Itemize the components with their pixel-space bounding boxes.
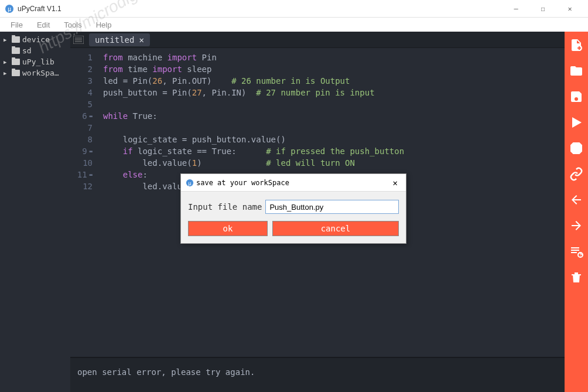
dialog-title: save at your workSpace	[196, 179, 389, 187]
maximize-button[interactable]: ☐	[529, 0, 556, 18]
tab-label: untitled	[95, 35, 134, 45]
menu-edit[interactable]: Edit	[31, 19, 56, 30]
svg-text:STOP: STOP	[572, 146, 581, 150]
fold-icon[interactable]: ▬	[90, 169, 93, 180]
new-file-icon[interactable]	[569, 38, 584, 53]
svg-text:µ: µ	[8, 6, 11, 12]
folder-icon	[12, 70, 20, 76]
sidebar-item-upylib[interactable]: ▶ uPy_lib	[0, 56, 70, 67]
dialog-app-icon: µ	[186, 179, 194, 187]
save-dialog: µ save at your workSpace ✕ Input file na…	[180, 173, 406, 244]
minimize-button[interactable]: —	[502, 0, 529, 18]
tabbar: untitled ✕	[70, 32, 565, 48]
app-icon: µ	[5, 4, 14, 13]
window-title: uPyCraft V1.1	[18, 5, 502, 13]
folder-icon	[12, 47, 20, 54]
gutter: 1 2 3 4 5 6▬ 7 8 9▬ 10 11▬ 12	[70, 48, 98, 357]
chevron-right-icon: ▶	[4, 37, 9, 43]
redo-icon[interactable]	[569, 218, 584, 233]
ok-button[interactable]: ok	[188, 221, 268, 236]
dialog-body: Input file name ok cancel	[181, 192, 406, 243]
folder-icon	[12, 36, 20, 43]
sidebar-label: uPy_lib	[22, 57, 54, 66]
menu-help[interactable]: Help	[90, 19, 118, 30]
run-icon[interactable]	[569, 115, 584, 130]
dialog-close-icon[interactable]: ✕	[389, 178, 401, 188]
chevron-right-icon: ▶	[4, 70, 9, 76]
menubar: File Edit Tools Help	[0, 18, 588, 32]
cancel-button[interactable]: cancel	[272, 221, 399, 236]
connect-icon[interactable]	[569, 166, 584, 182]
file-list-icon[interactable]	[70, 33, 87, 46]
console-message: open serial error, please try again.	[77, 367, 255, 377]
sidebar-label: device	[22, 35, 50, 44]
dialog-input-label: Input file name	[188, 202, 262, 212]
dialog-titlebar: µ save at your workSpace ✕	[181, 174, 406, 192]
fold-icon[interactable]: ▬	[90, 145, 93, 157]
titlebar: µ uPyCraft V1.1 — ☐ ✕	[0, 0, 588, 18]
undo-icon[interactable]	[569, 192, 584, 207]
menu-file[interactable]: File	[5, 19, 29, 30]
close-button[interactable]: ✕	[556, 0, 583, 18]
tab-close-icon[interactable]: ✕	[139, 35, 143, 45]
svg-text:!: !	[579, 253, 582, 258]
chevron-right-icon: ▶	[4, 59, 9, 65]
syntax-check-icon[interactable]: !	[569, 244, 584, 259]
fold-icon[interactable]: ▬	[90, 110, 93, 122]
folder-icon	[12, 59, 20, 65]
stop-icon[interactable]: STOP	[569, 141, 584, 156]
tab-untitled[interactable]: untitled ✕	[89, 33, 150, 46]
window-controls: — ☐ ✕	[502, 0, 583, 18]
sidebar-label: sd	[22, 46, 32, 55]
menu-tools[interactable]: Tools	[58, 19, 87, 30]
sidebar-item-sd[interactable]: sd	[0, 45, 70, 56]
sidebar-label: workSpa…	[22, 69, 59, 77]
svg-text:µ: µ	[188, 180, 192, 186]
sidebar-item-workspace[interactable]: ▶ workSpa…	[0, 67, 70, 79]
right-toolbar: STOP !	[565, 32, 588, 392]
sidebar-item-device[interactable]: ▶ device	[0, 34, 70, 45]
save-icon[interactable]	[569, 89, 584, 104]
clear-icon[interactable]	[569, 270, 584, 285]
console[interactable]: open serial error, please try again.	[70, 357, 565, 392]
sidebar: ▶ device sd ▶ uPy_lib ▶ workSpa…	[0, 32, 70, 392]
open-file-icon[interactable]	[569, 63, 584, 79]
filename-input[interactable]	[265, 200, 399, 214]
